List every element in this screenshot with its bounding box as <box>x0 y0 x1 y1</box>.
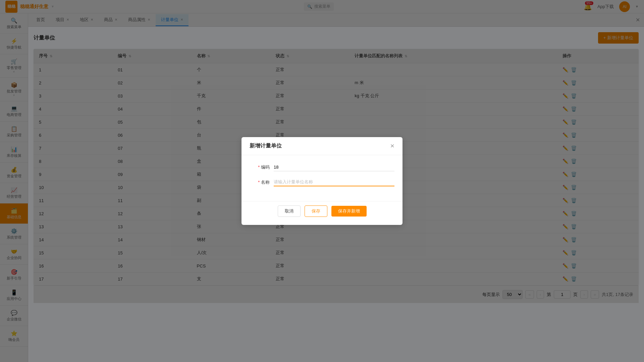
code-label: * 编码 <box>250 164 270 170</box>
cancel-button[interactable]: 取消 <box>278 205 301 217</box>
modal-close-button[interactable]: ✕ <box>390 143 394 149</box>
modal-overlay: 新增计量单位 ✕ * 编码 * 名称 取消 保存 保存并新增 <box>0 0 644 362</box>
form-item-name: * 名称 <box>250 178 394 186</box>
save-and-new-button[interactable]: 保存并新增 <box>331 206 367 217</box>
name-input[interactable] <box>274 178 394 186</box>
required-mark: * <box>258 180 261 185</box>
modal-title: 新增计量单位 <box>250 142 282 149</box>
required-mark: * <box>258 165 261 170</box>
save-button[interactable]: 保存 <box>305 205 327 217</box>
modal-header: 新增计量单位 ✕ <box>241 137 402 155</box>
form-item-code: * 编码 <box>250 163 394 171</box>
modal-footer: 取消 保存 保存并新增 <box>241 201 402 225</box>
modal-body: * 编码 * 名称 <box>241 155 402 201</box>
code-input[interactable] <box>274 163 394 171</box>
name-label: * 名称 <box>250 179 270 185</box>
add-unit-modal: 新增计量单位 ✕ * 编码 * 名称 取消 保存 保存并新增 <box>241 137 402 225</box>
